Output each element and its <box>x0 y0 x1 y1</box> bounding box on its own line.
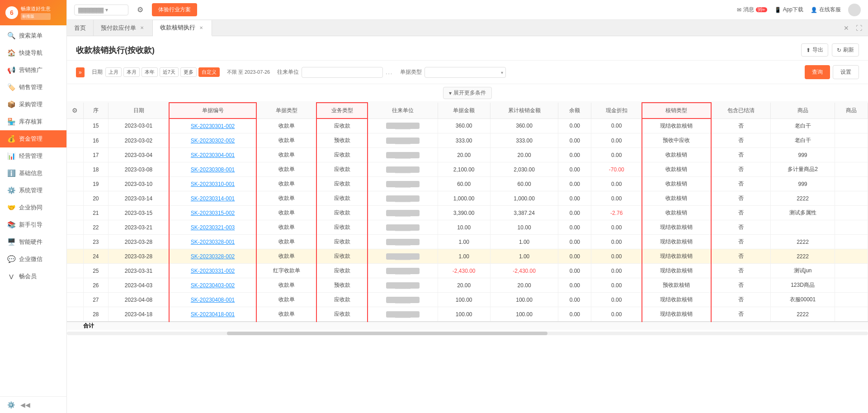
date-btn-last-month[interactable]: 上月 <box>105 67 122 77</box>
sidebar-item-wechat[interactable]: 💬 企业微信 <box>0 251 66 268</box>
cell-bill-no[interactable]: SK-20230321-003 <box>169 220 256 235</box>
table-row[interactable]: 212023-03-15SK-20230315-002收款单应收款████3,3… <box>67 206 868 220</box>
sidebar-item-basic[interactable]: ℹ️ 基础信息 <box>0 165 66 182</box>
user-avatar[interactable] <box>848 4 861 16</box>
bill-no-link[interactable]: SK-20230314-001 <box>191 195 235 202</box>
filter-settings-btn[interactable]: 设置 <box>833 65 859 79</box>
cell-partner: ████ <box>368 119 438 133</box>
table-row[interactable]: 282023-04-18SK-20230418-001收款单应收款████100… <box>67 307 868 322</box>
table-row[interactable]: 202023-03-14SK-20230314-001收款单应收款████1,0… <box>67 191 868 206</box>
cell-bill-no[interactable]: SK-20230408-001 <box>169 293 256 307</box>
cell-bill-no[interactable]: SK-20230328-002 <box>169 249 256 264</box>
table-row[interactable]: 152023-03-01SK-20230301-002收款单应收款████360… <box>67 119 868 133</box>
sidebar-item-member[interactable]: V 畅会员 <box>0 268 66 285</box>
date-btn-more[interactable]: 更多 <box>180 67 197 77</box>
bill-no-link[interactable]: SK-20230328-002 <box>191 253 235 260</box>
sidebar-item-system[interactable]: ⚙️ 系统管理 <box>0 182 66 199</box>
bill-no-link[interactable]: SK-20230304-001 <box>191 152 235 158</box>
table-row[interactable]: 182023-03-08SK-20230308-001收款单应收款████2,1… <box>67 162 868 177</box>
cell-bill-no[interactable]: SK-20230315-002 <box>169 206 256 220</box>
sidebar-item-enterprise[interactable]: 🤝 企业协同 <box>0 199 66 216</box>
sidebar-item-search[interactable]: 🔍 搜索菜单 <box>0 27 66 44</box>
sidebar: 6 畅康道好生意 标推版 🔍 搜索菜单 🏠 快捷导航 📢 营销推广 🏷️ 销售管… <box>0 0 67 413</box>
filter-expand-btn[interactable]: » <box>76 67 85 77</box>
cell-bill-no[interactable]: SK-20230314-001 <box>169 191 256 206</box>
cell-partner: ████ <box>368 177 438 191</box>
cell-bill-no[interactable]: SK-20230310-001 <box>169 177 256 191</box>
tab-receipt-close[interactable]: ✕ <box>198 24 204 31</box>
bill-type-select[interactable] <box>425 67 506 78</box>
sidebar-item-purchase[interactable]: 📦 采购管理 <box>0 96 66 113</box>
online-service-btn[interactable]: 👤 在线客服 <box>811 6 841 14</box>
messages-btn[interactable]: ✉ 消息 99+ <box>737 6 767 14</box>
tab-prepay[interactable]: 预付款应付单 ✕ <box>94 20 153 36</box>
tab-close-all-icon[interactable]: ✕ <box>841 23 852 33</box>
sidebar-item-inventory[interactable]: 🏪 库存核算 <box>0 113 66 130</box>
bill-no-link[interactable]: SK-20230301-002 <box>191 123 235 129</box>
bill-no-link[interactable]: SK-20230302-002 <box>191 138 235 144</box>
tab-home[interactable]: 首页 <box>67 20 94 36</box>
sidebar-item-quick-nav[interactable]: 🏠 快捷导航 <box>0 44 66 62</box>
cell-bill-no[interactable]: SK-20230331-002 <box>169 264 256 278</box>
app-download-btn[interactable]: 📱 App下载 <box>774 6 803 14</box>
footer-settings-icon[interactable]: ⚙️ <box>7 401 15 408</box>
bill-no-link[interactable]: SK-20230321-003 <box>191 224 235 231</box>
cell-bill-no[interactable]: SK-20230304-001 <box>169 148 256 162</box>
table-row[interactable]: 232023-03-28SK-20230328-001收款单应收款████1.0… <box>67 235 868 249</box>
cell-settings <box>67 220 83 235</box>
sidebar-item-operation[interactable]: 📊 经营管理 <box>0 147 66 165</box>
sidebar-item-guide[interactable]: 📚 新手引导 <box>0 216 66 233</box>
bill-no-link[interactable]: SK-20230331-002 <box>191 268 235 274</box>
table-row[interactable]: 242023-03-28SK-20230328-002收款单应收款████1.0… <box>67 249 868 264</box>
table-row[interactable]: 262023-04-03SK-20230403-002收款单预收款████20.… <box>67 278 868 293</box>
table-row[interactable]: 192023-03-10SK-20230310-001收款单应收款████60.… <box>67 177 868 191</box>
bill-no-link[interactable]: SK-20230408-001 <box>191 297 235 303</box>
sidebar-item-marketing[interactable]: 📢 营销推广 <box>0 62 66 79</box>
partner-filter-input[interactable] <box>302 67 383 78</box>
cell-bill-no[interactable]: SK-20230403-002 <box>169 278 256 293</box>
store-icon: 🏪 <box>7 118 15 126</box>
page-actions: ⬆ 导出 ↻ 刷新 <box>801 43 859 57</box>
cell-bill-no[interactable]: SK-20230302-002 <box>169 133 256 148</box>
table-row[interactable]: 162023-03-02SK-20230302-002收款单预收款████333… <box>67 133 868 148</box>
chat-icon: 💬 <box>7 255 15 263</box>
bill-no-link[interactable]: SK-20230328-001 <box>191 239 235 245</box>
cell-bill-no[interactable]: SK-20230328-001 <box>169 235 256 249</box>
bill-no-link[interactable]: SK-20230403-002 <box>191 282 235 289</box>
org-dropdown[interactable]: ▓▓▓▓▓▓▓ ▾ <box>74 5 128 15</box>
cell-bill-no[interactable]: SK-20230308-001 <box>169 162 256 177</box>
header-gear-btn[interactable]: ⚙ <box>134 4 146 16</box>
sidebar-item-sales[interactable]: 🏷️ 销售管理 <box>0 79 66 96</box>
bill-no-link[interactable]: SK-20230315-002 <box>191 210 235 216</box>
date-btn-custom[interactable]: 自定义 <box>198 67 220 77</box>
date-btn-7days[interactable]: 近7天 <box>160 67 179 77</box>
sidebar-item-label: 搜索菜单 <box>19 32 42 40</box>
bill-no-link[interactable]: SK-20230308-001 <box>191 166 235 173</box>
horizontal-scrollbar[interactable] <box>67 332 868 335</box>
table-row[interactable]: 172023-03-04SK-20230304-001收款单应收款████20.… <box>67 148 868 162</box>
col-header-settings[interactable]: ⚙ <box>67 103 83 119</box>
bill-no-link[interactable]: SK-20230418-001 <box>191 311 235 318</box>
tab-receipt-cancel[interactable]: 收款核销执行 ✕ <box>153 20 212 36</box>
query-btn[interactable]: 查询 <box>805 65 830 79</box>
sidebar-item-finance[interactable]: 💰 资金管理 <box>0 130 66 147</box>
date-btn-this-month[interactable]: 本月 <box>123 67 140 77</box>
table-settings-gear-icon[interactable]: ⚙ <box>72 107 78 114</box>
bill-no-link[interactable]: SK-20230310-001 <box>191 181 235 187</box>
cell-goods2 <box>835 162 868 177</box>
sidebar-item-hardware[interactable]: 🖥️ 智能硬件 <box>0 233 66 251</box>
tab-prepay-close[interactable]: ✕ <box>139 25 145 31</box>
expand-conditions-btn[interactable]: ▾ 展开更多条件 <box>443 87 492 99</box>
export-btn[interactable]: ⬆ 导出 <box>801 43 828 57</box>
sidebar-collapse-icon[interactable]: ◀◀ <box>20 401 30 408</box>
cell-bill-no[interactable]: SK-20230301-002 <box>169 119 256 133</box>
industry-solution-btn[interactable]: 体验行业方案 <box>152 3 197 16</box>
date-btn-this-year[interactable]: 本年 <box>142 67 158 77</box>
app-download-label: App下载 <box>783 6 803 14</box>
refresh-btn[interactable]: ↻ 刷新 <box>832 43 859 57</box>
cell-bill-no[interactable]: SK-20230418-001 <box>169 307 256 322</box>
table-row[interactable]: 272023-04-08SK-20230408-001收款单应收款████100… <box>67 293 868 307</box>
tab-expand-icon[interactable]: ⛶ <box>854 23 864 33</box>
table-row[interactable]: 252023-03-31SK-20230331-002红字收款单应收款████-… <box>67 264 868 278</box>
table-row[interactable]: 222023-03-21SK-20230321-003收款单应收款████10.… <box>67 220 868 235</box>
